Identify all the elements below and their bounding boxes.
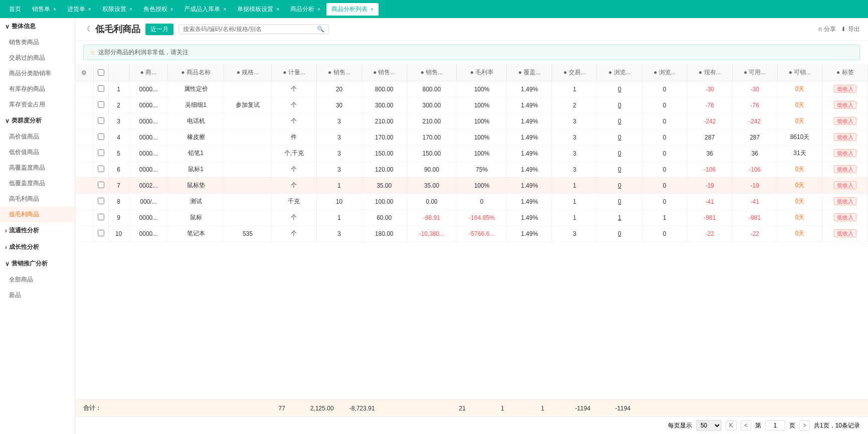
cell-browse1[interactable]: 0 — [597, 81, 642, 97]
search-icon[interactable]: 🔍 — [317, 26, 324, 33]
nav-products[interactable]: 产成品入库单 × — [179, 3, 231, 16]
nav-sales[interactable]: 销售单 × — [27, 3, 61, 16]
row-checkbox[interactable] — [98, 150, 104, 156]
sidebar-group-marketing[interactable]: ∨ 营销推广分析 — [0, 255, 75, 272]
sidebar-item-all-products[interactable]: 全部商品 — [0, 272, 75, 287]
cell-current: -981 — [687, 210, 732, 226]
select-all-checkbox[interactable] — [98, 69, 104, 76]
nav-analysis[interactable]: 商品分析 × — [285, 3, 325, 16]
row-checkbox[interactable] — [98, 101, 104, 108]
export-btn[interactable]: ⬇ 导出 — [841, 25, 860, 34]
cell-available: -981 — [732, 210, 777, 226]
cell-browse1[interactable]: 0 — [597, 146, 642, 162]
cell-checkbox[interactable] — [93, 97, 108, 113]
row-checkbox[interactable] — [98, 198, 104, 204]
pagination-first-btn[interactable]: K — [726, 420, 737, 430]
cell-unit: 个 — [272, 178, 317, 194]
search-input[interactable] — [183, 26, 315, 33]
cell-browse1[interactable]: 0 — [597, 129, 642, 146]
cell-checkbox[interactable] — [93, 210, 108, 226]
nav-sales-close[interactable]: × — [53, 7, 56, 12]
cell-checkbox[interactable] — [93, 178, 108, 194]
sidebar-item-new-products[interactable]: 新品 — [0, 287, 75, 303]
cell-checkbox[interactable] — [93, 162, 108, 178]
cell-browse1[interactable]: 0 — [597, 178, 642, 194]
sidebar-item-low-margin[interactable]: 低毛利商品 — [0, 207, 75, 222]
cell-browse1[interactable]: 0 — [597, 162, 642, 178]
cell-checkbox[interactable] — [93, 81, 108, 97]
table-row: 3 0000... 电话机 个 3 210.00 210.00 100% 1.4… — [75, 113, 868, 129]
row-checkbox[interactable] — [98, 230, 104, 236]
nav-roles[interactable]: 角色授权 × — [138, 3, 179, 16]
nav-purchase[interactable]: 进货单 × — [62, 3, 96, 16]
nav-templates-close[interactable]: × — [276, 7, 279, 12]
nav-analysis-list[interactable]: 商品分析列表 × — [326, 3, 379, 16]
cell-available: -242 — [732, 113, 777, 129]
nav-templates[interactable]: 单据模板设置 × — [232, 3, 284, 16]
cell-sellable: 31天 — [777, 146, 822, 162]
row-checkbox[interactable] — [98, 214, 104, 220]
sidebar-group-growth[interactable]: › 成长性分析 — [0, 239, 75, 255]
table-container[interactable]: ⚙ ● 商... ● 商品名称 ● 规格... ● 计量... ● 销售... … — [75, 64, 868, 399]
row-checkbox[interactable] — [98, 166, 104, 172]
sidebar-item-low-value[interactable]: 低价值商品 — [0, 144, 75, 160]
cell-checkbox[interactable] — [93, 226, 108, 242]
cell-browse1[interactable]: 0 — [597, 226, 642, 242]
cell-code: 0000... — [129, 210, 168, 226]
cell-browse2: 0 — [642, 162, 687, 178]
sidebar-item-traded[interactable]: 交易过的商品 — [0, 50, 75, 66]
sidebar-collapse-btn[interactable]: 《 — [83, 25, 90, 34]
nav-permissions[interactable]: 权限设置 × — [97, 3, 137, 16]
sidebar-item-high-coverage[interactable]: 高覆盖度商品 — [0, 160, 75, 176]
sidebar-item-in-stock[interactable]: 有库存的商品 — [0, 81, 75, 97]
main-layout: ∨ 整体信息 销售类商品 交易过的商品 商品分类助销率 有库存的商品 库存资金占… — [0, 18, 868, 434]
cell-browse1[interactable]: 0 — [597, 97, 642, 113]
cell-browse1[interactable]: 0 — [597, 194, 642, 210]
cell-available: -19 — [732, 178, 777, 194]
col-settings[interactable]: ⚙ — [75, 64, 93, 81]
cell-checkbox[interactable] — [93, 129, 108, 146]
nav-purchase-close[interactable]: × — [88, 7, 91, 12]
cell-name: 鼠标垫 — [168, 178, 224, 194]
cell-sales-amount: -98.91 — [407, 210, 456, 226]
row-checkbox[interactable] — [98, 85, 104, 92]
cell-spec: 参加复试 — [224, 97, 271, 113]
filter-recent-month-btn[interactable]: 近一月 — [145, 24, 173, 35]
col-sales-price: ● 销售... — [362, 64, 407, 81]
nav-permissions-close[interactable]: × — [129, 7, 132, 12]
sidebar-item-category-rate[interactable]: 商品分类助销率 — [0, 66, 75, 81]
row-checkbox[interactable] — [98, 133, 104, 140]
sidebar-item-sales-products[interactable]: 销售类商品 — [0, 35, 75, 50]
sidebar-item-capital[interactable]: 库存资金占用 — [0, 97, 75, 112]
pagination-page-input[interactable] — [765, 420, 785, 430]
nav-products-close[interactable]: × — [223, 7, 226, 12]
pagination-page-size-select[interactable]: 10 20 50 100 — [696, 420, 722, 431]
cell-checkbox[interactable] — [93, 146, 108, 162]
cell-browse1[interactable]: 1 — [597, 210, 642, 226]
cell-sales-price: 120.00 — [362, 162, 407, 178]
cell-spec — [224, 81, 271, 97]
nav-home[interactable]: 首页 — [4, 3, 26, 16]
sidebar-item-low-coverage[interactable]: 低覆盖度商品 — [0, 176, 75, 191]
row-checkbox[interactable] — [98, 182, 104, 188]
pagination-next-btn[interactable]: > — [799, 420, 810, 430]
pagination-page-label: 第 — [755, 421, 761, 430]
cell-checkbox[interactable] — [93, 194, 108, 210]
sidebar-group-overall[interactable]: ∨ 整体信息 — [0, 18, 75, 35]
sidebar-item-high-margin[interactable]: 高毛利商品 — [0, 191, 75, 207]
sidebar-group-cluster[interactable]: ∨ 类群度分析 — [0, 112, 75, 129]
sidebar-group-flow[interactable]: › 流通性分析 — [0, 222, 75, 239]
pagination-prev-btn[interactable]: < — [741, 420, 751, 430]
nav-roles-close[interactable]: × — [170, 7, 173, 12]
cell-no: 9 — [108, 210, 129, 226]
nav-analysis-close[interactable]: × — [317, 7, 320, 12]
nav-analysis-list-close[interactable]: × — [371, 7, 374, 12]
cell-browse1[interactable]: 0 — [597, 113, 642, 129]
cell-checkbox[interactable] — [93, 113, 108, 129]
share-btn[interactable]: ⎋ 分享 — [818, 25, 836, 34]
row-checkbox[interactable] — [98, 117, 104, 124]
cell-current: -242 — [687, 113, 732, 129]
cell-sales-amount: 300.00 — [407, 97, 456, 113]
sidebar-item-high-value[interactable]: 高价值商品 — [0, 129, 75, 144]
cell-sales-price: 60.00 — [362, 210, 407, 226]
